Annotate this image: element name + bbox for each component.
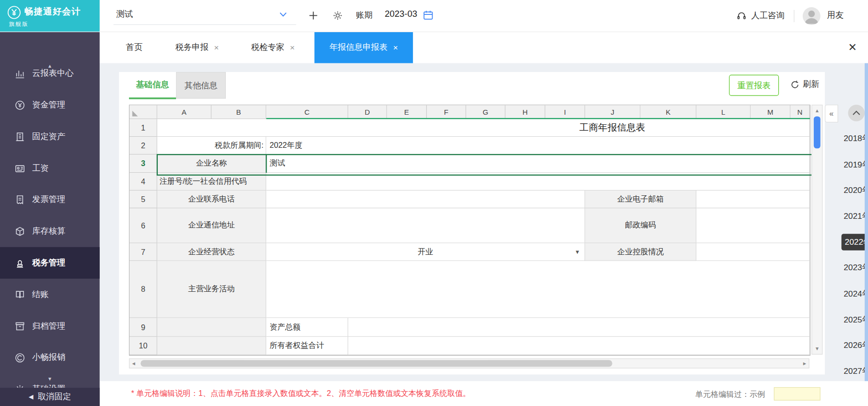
- cell-status-label[interactable]: 企业经营状态: [157, 243, 266, 261]
- tab-label: 税检专家: [251, 42, 284, 53]
- scroll-down-icon[interactable]: ▼: [812, 344, 822, 353]
- reset-report-button[interactable]: 重置报表: [729, 75, 779, 96]
- account-switcher[interactable]: 测试: [116, 9, 133, 19]
- bar-chart-icon: [14, 68, 25, 79]
- dropdown-caret-icon[interactable]: ▼: [575, 249, 580, 255]
- edited-cell-swatch: [774, 387, 821, 401]
- chevron-down-icon[interactable]: [280, 12, 287, 17]
- refresh-button[interactable]: 刷新: [790, 79, 819, 90]
- scroll-up-icon[interactable]: ▲: [812, 107, 822, 115]
- cell-business-value[interactable]: [266, 261, 810, 318]
- cell-holding-value[interactable]: [696, 243, 810, 261]
- sidebar-item-label: 归档管理: [32, 321, 65, 331]
- tab-tax-expert[interactable]: 税检专家 ×: [239, 32, 307, 63]
- cell-company-name-label[interactable]: 企业名称: [157, 155, 266, 173]
- sidebar-item-tax[interactable]: 税务管理: [0, 247, 100, 279]
- row-header: 9: [129, 318, 157, 337]
- scroll-left-icon[interactable]: ◄: [131, 359, 136, 368]
- sidebar-item-funds[interactable]: 资金管理: [0, 89, 100, 121]
- cell-address-label[interactable]: 企业通信地址: [157, 208, 266, 243]
- sidebar-item-invoices[interactable]: 发票管理: [0, 184, 100, 215]
- calendar-icon[interactable]: [423, 10, 434, 21]
- tab-close-icon[interactable]: ×: [290, 43, 294, 52]
- unpin-button[interactable]: ◀ 取消固定: [0, 388, 100, 406]
- sidebar-item-inventory[interactable]: 库存核算: [0, 215, 100, 247]
- tab-basic-info[interactable]: 基础信息: [129, 72, 176, 99]
- cell-company-name-value[interactable]: 测试: [266, 155, 810, 173]
- tab-other-info[interactable]: 其他信息: [176, 72, 226, 98]
- period-value[interactable]: 2023-03: [385, 9, 417, 19]
- year-item[interactable]: 2020年度: [844, 182, 865, 199]
- cell-assets-label[interactable]: 资产总额: [266, 318, 348, 337]
- column-header: K: [641, 105, 697, 119]
- horizontal-scrollbar[interactable]: ◄ ►: [129, 358, 809, 369]
- building-icon: [14, 131, 25, 142]
- gear-icon[interactable]: [332, 10, 343, 21]
- topbar-divider: [794, 10, 794, 22]
- vertical-scrollbar[interactable]: ▲ ▼: [811, 105, 822, 355]
- cell-blank-label[interactable]: [157, 318, 266, 337]
- cell-postcode-label[interactable]: 邮政编码: [585, 208, 696, 243]
- cell-address-value[interactable]: [266, 208, 585, 243]
- year-item[interactable]: 2026年度: [844, 337, 865, 354]
- support-button[interactable]: 人工咨询: [736, 0, 784, 32]
- cell-postcode-value[interactable]: [696, 208, 810, 243]
- sidebar-item-archive[interactable]: 归档管理: [0, 310, 100, 342]
- year-item[interactable]: 2023年度: [844, 259, 865, 276]
- collapse-panel-button[interactable]: «: [825, 105, 838, 122]
- period-label: 账期: [356, 10, 373, 21]
- corner-triangle-icon: [132, 111, 138, 117]
- year-item[interactable]: 2027年度: [844, 363, 865, 380]
- year-item[interactable]: 2024年度: [844, 285, 865, 302]
- back-to-top-button[interactable]: [848, 105, 865, 121]
- cell-report-title[interactable]: 工商年报信息表: [157, 119, 810, 137]
- cell-phone-label[interactable]: 企业联系电话: [157, 191, 266, 208]
- cell-regno-label[interactable]: 注册号/统一社会信用代码: [157, 173, 266, 191]
- year-item[interactable]: 2025年度: [844, 311, 865, 328]
- hscroll-thumb[interactable]: [141, 360, 612, 367]
- year-item-active[interactable]: 2022年度: [842, 234, 865, 251]
- sidebar-item-closing[interactable]: 结账: [0, 279, 100, 310]
- cell-phone-value[interactable]: [266, 191, 585, 208]
- cell-equity-label[interactable]: 所有者权益合计: [266, 337, 348, 355]
- sidebar-item-salary[interactable]: 工资: [0, 152, 100, 184]
- tab-close-icon[interactable]: ×: [214, 43, 219, 52]
- sidebar-scroll-down-icon[interactable]: ▼: [0, 376, 100, 382]
- tab-close-icon[interactable]: ×: [393, 43, 398, 52]
- tab-home[interactable]: 首页: [116, 32, 152, 63]
- footer-bar: * 单元格编辑说明：1、点击单元格直接录入数值或文本。2、清空单元格数值或文本恢…: [100, 381, 868, 406]
- cell-equity-value[interactable]: [348, 337, 810, 355]
- add-account-button[interactable]: [309, 11, 317, 20]
- sidebar: ▲ 云报表中心 资金管理 固定资产 工资 发票管理 库存核算 税务管理: [0, 32, 100, 406]
- cell-email-value[interactable]: [696, 191, 810, 208]
- cell-regno-value[interactable]: [266, 173, 810, 191]
- cell-status-value[interactable]: 开业 ▼: [266, 243, 585, 261]
- tab-tax-filing[interactable]: 税务申报 ×: [164, 32, 231, 63]
- nav-tab-bar: 首页 税务申报 × 税检专家 × 年报信息申报表 × ✕: [100, 32, 868, 63]
- cell-period-label[interactable]: 税款所属期间:: [157, 137, 266, 155]
- vscroll-thumb[interactable]: [814, 116, 821, 148]
- avatar[interactable]: [803, 7, 821, 25]
- scroll-right-icon[interactable]: ►: [802, 359, 807, 368]
- cell-period-value[interactable]: 2022年度: [266, 137, 810, 155]
- year-item[interactable]: 2019年度: [844, 156, 865, 173]
- sidebar-item-fixed-assets[interactable]: 固定资产: [0, 121, 100, 153]
- window-close-button[interactable]: ✕: [842, 32, 864, 63]
- cell-assets-value[interactable]: [348, 318, 810, 337]
- cell-email-label[interactable]: 企业电子邮箱: [585, 191, 696, 208]
- sidebar-item-label: 云报表中心: [32, 68, 74, 79]
- cell-holding-label[interactable]: 企业控股情况: [585, 243, 696, 261]
- sidebar-item-label: 资金管理: [32, 100, 65, 110]
- open-book-icon: [14, 289, 25, 300]
- sidebar-item-label: 结账: [32, 289, 49, 300]
- year-item[interactable]: 2021年度: [844, 208, 865, 225]
- year-item[interactable]: 2018年度: [844, 130, 865, 147]
- cell-business-label[interactable]: 主营业务活动: [157, 261, 266, 318]
- tab-annual-report[interactable]: 年报信息申报表 ×: [315, 32, 413, 63]
- username[interactable]: 用友: [827, 10, 844, 21]
- cell-blank-label[interactable]: [157, 337, 266, 355]
- sidebar-item-expense[interactable]: 小畅报销: [0, 342, 100, 373]
- column-header: C: [266, 105, 348, 119]
- headset-icon: [736, 11, 747, 21]
- sidebar-item-cloud-reports[interactable]: 云报表中心: [0, 58, 100, 89]
